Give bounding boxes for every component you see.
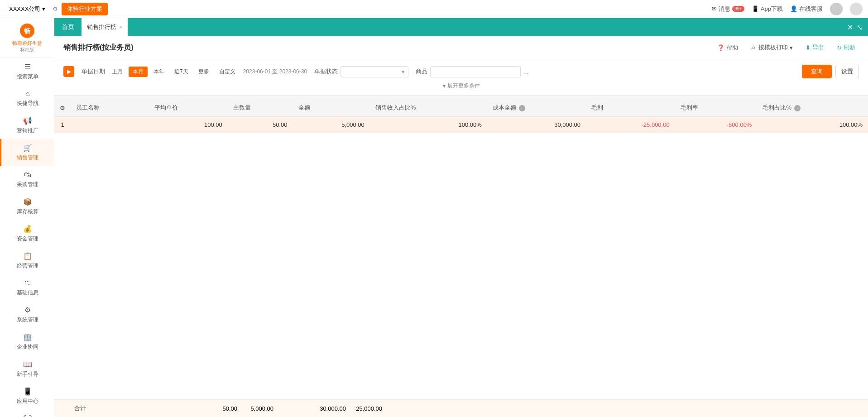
cell-cost: 30,000.00 [487, 117, 586, 133]
expand-more-btn[interactable]: ▾ 展开更多条件 [63, 82, 859, 90]
operations-icon: 📋 [23, 252, 32, 260]
logo-icon: 畅 [19, 23, 35, 39]
company-selector[interactable]: XXXXX公司 ▾ [5, 3, 49, 15]
wechat-icon: 💬 [23, 414, 32, 417]
tab-sales-ranking[interactable]: 销售排行榜 × [82, 18, 128, 36]
expand-label: 展开更多条件 [447, 82, 480, 90]
cell-quantity: 50.00 [228, 117, 293, 133]
print-btn[interactable]: 🖨 按模板打印 ▾ [747, 42, 796, 53]
service-label: 在线客服 [799, 5, 823, 13]
col-settings: ⚙ [54, 99, 71, 117]
sidebar-item-wechat[interactable]: 💬 企业微信 [0, 410, 54, 417]
col-gross: 毛利 [586, 99, 675, 117]
goods-input[interactable] [430, 66, 521, 77]
app-icon: 📱 [752, 5, 759, 12]
col-amount: 全额 [293, 99, 370, 117]
export-icon: ⬇ [806, 44, 810, 51]
sidebar-label-system: 系统管理 [17, 316, 38, 324]
sidebar-logo: 畅 畅康通好生意 标准版 [0, 18, 54, 58]
date-buttons: 上月 本月 本年 近7天 更多 自定义 2023-06-01 至 2023-06… [108, 67, 307, 77]
footer-gross: -25,000.00 [346, 405, 382, 412]
col-employee: 员工名称 [71, 99, 149, 117]
main-layout: 畅 畅康通好生意 标准版 ☰ 搜索菜单 ⌂ 快捷导航 📢 营销推广 🛒 销售管理… [0, 18, 868, 417]
settings-col-icon[interactable]: ⚙ [60, 105, 65, 111]
sidebar-label-search: 搜索菜单 [17, 73, 38, 81]
sidebar-item-purchase[interactable]: 🛍 采购管理 [0, 166, 54, 193]
app-download-btn[interactable]: 📱 App下载 [752, 5, 783, 13]
col-quantity: 主数量 [228, 99, 293, 117]
sidebar-item-quick-nav[interactable]: ⌂ 快捷导航 [0, 85, 54, 112]
sidebar-item-capital[interactable]: 💰 资金管理 [0, 220, 54, 247]
home-icon: ⌂ [25, 90, 30, 98]
col-avg-price: 平均单价 [149, 99, 227, 117]
filter-toggle[interactable]: ▶ [63, 66, 74, 77]
sidebar-item-guide[interactable]: 📖 新手引导 [0, 355, 54, 383]
sidebar-item-enterprise[interactable]: 🏢 企业协同 [0, 328, 54, 355]
table-row: 1 100.00 50.00 5,000.00 100.00% 30,000.0… [54, 117, 868, 133]
window-expand-icon[interactable]: ⤡ [857, 23, 863, 32]
filter-row: ▶ 单据日期 上月 本月 本年 近7天 更多 自定义 2023-06-01 至 … [63, 65, 859, 78]
marketing-icon: 📢 [23, 116, 32, 125]
cell-rank: 1 [54, 117, 71, 133]
sidebar-item-search-order[interactable]: ☰ 搜索菜单 [0, 58, 54, 85]
print-dropdown-icon: ▾ [790, 44, 793, 51]
grosspct-info-icon[interactable]: i [794, 105, 801, 111]
date-btn-this-month[interactable]: 本月 [129, 67, 148, 77]
trial-button[interactable]: 体验行业方案 [62, 3, 108, 15]
filter-right: 查询 设置 [802, 65, 859, 78]
sidebar-item-basic-info[interactable]: 🗂 基础信息 [0, 274, 54, 301]
logo-text: 畅康通好生意 [12, 40, 42, 47]
help-btn[interactable]: ❓ 帮助 [714, 42, 742, 53]
table-footer: 合计 50.00 5,000.00 30,000.00 -25,000.00 [54, 399, 868, 417]
sidebar-item-inventory[interactable]: 📦 库存核算 [0, 193, 54, 220]
date-btn-this-year[interactable]: 本年 [149, 67, 168, 77]
date-btn-last-month[interactable]: 上月 [108, 67, 127, 77]
tab-home[interactable]: 首页 [54, 18, 82, 36]
cost-info-icon[interactable]: i [519, 105, 525, 111]
help-icon: ❓ [717, 44, 724, 51]
tab-close-icon[interactable]: × [119, 24, 122, 30]
sidebar-item-sales[interactable]: 🛒 销售管理 [0, 139, 54, 166]
window-close-icon[interactable]: ✕ [847, 23, 853, 32]
sidebar-label-inventory: 库存核算 [17, 208, 38, 216]
sidebar-item-app-center[interactable]: 📱 应用中心 [0, 383, 54, 410]
message-label: 消息 [719, 5, 730, 13]
date-btn-more[interactable]: 更多 [194, 67, 213, 77]
cell-avg-price: 100.00 [149, 117, 227, 133]
col-sales-pct: 销售收入占比% [370, 99, 487, 117]
status-select[interactable] [340, 66, 408, 77]
settings-button[interactable]: 设置 [835, 65, 859, 78]
sidebar-label-quicknav: 快捷导航 [17, 100, 38, 107]
sidebar-item-system[interactable]: ⚙ 系统管理 [0, 301, 54, 328]
date-btn-custom[interactable]: 自定义 [215, 67, 240, 77]
date-btn-7days[interactable]: 近7天 [170, 67, 192, 77]
tab-bar: 首页 销售排行榜 × ✕ ⤡ [54, 18, 868, 36]
enterprise-icon: 🏢 [23, 333, 32, 341]
sidebar-item-marketing[interactable]: 📢 营销推广 [0, 112, 54, 139]
date-range: 2023-06-01 至 2023-06-30 [243, 68, 307, 76]
gear-icon[interactable]: ⚙ [53, 5, 58, 12]
avatar2[interactable] [850, 3, 863, 15]
date-label: 单据日期 [82, 67, 105, 76]
tab-label: 销售排行榜 [87, 23, 116, 31]
export-btn[interactable]: ⬇ 导出 [802, 42, 828, 53]
dropdown-icon: ▾ [42, 5, 45, 12]
message-btn[interactable]: ✉ 消息 99+ [712, 5, 744, 13]
cell-employee [71, 117, 149, 133]
capital-icon: 💰 [23, 225, 32, 233]
cell-gross-pct: 100.00% [757, 117, 868, 133]
refresh-btn[interactable]: ↻ 刷新 [833, 42, 859, 53]
system-icon: ⚙ [24, 306, 31, 314]
sidebar-item-operations[interactable]: 📋 经营管理 [0, 247, 54, 274]
query-button[interactable]: 查询 [802, 65, 832, 78]
more-link[interactable]: ... [523, 68, 528, 75]
col-gross-pct: 毛利占比% i [757, 99, 868, 117]
print-label: 按模板打印 [758, 43, 788, 52]
page-actions: ❓ 帮助 🖨 按模板打印 ▾ ⬇ 导出 ↻ 刷新 [714, 42, 859, 53]
avatar[interactable] [830, 3, 843, 15]
inventory-icon: 📦 [23, 197, 32, 206]
sidebar: 畅 畅康通好生意 标准版 ☰ 搜索菜单 ⌂ 快捷导航 📢 营销推广 🛒 销售管理… [0, 18, 54, 417]
col-cost: 成本全额 i [487, 99, 586, 117]
top-right-area: ✉ 消息 99+ 📱 App下载 👤 在线客服 [712, 3, 863, 15]
online-service-btn[interactable]: 👤 在线客服 [790, 5, 823, 13]
